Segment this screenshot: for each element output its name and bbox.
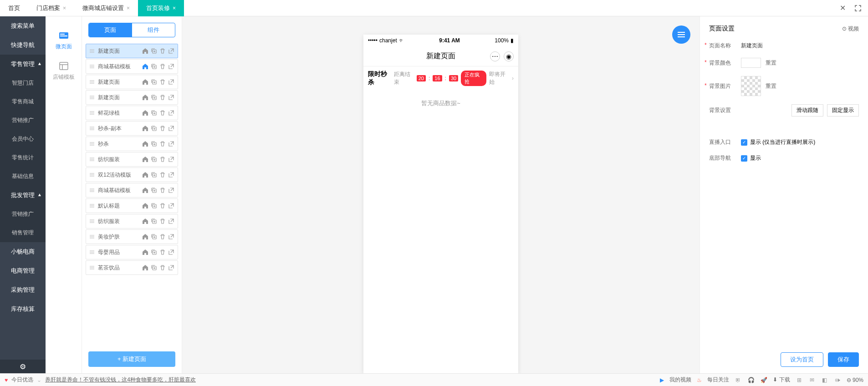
sidebar-item[interactable]: 库存核算: [0, 300, 46, 319]
follow-link[interactable]: 每日关注: [707, 376, 729, 384]
sidebar-icon[interactable]: ◧: [821, 376, 828, 384]
page-list-row[interactable]: 新建页面: [86, 90, 178, 105]
copy-icon[interactable]: [150, 264, 158, 271]
drag-icon[interactable]: [89, 187, 95, 193]
drag-icon[interactable]: [89, 234, 95, 240]
page-list-row[interactable]: 商城基础模板: [86, 59, 178, 74]
page-list-row[interactable]: 商城基础模板: [86, 183, 178, 198]
tab-home-deco[interactable]: 首页装修×: [138, 0, 184, 16]
home-icon[interactable]: [142, 125, 149, 132]
ext-icon[interactable]: [168, 218, 175, 225]
sidebar-wholesale-header[interactable]: 批发管理▲: [0, 186, 46, 205]
ext-icon[interactable]: [168, 233, 175, 240]
home-icon[interactable]: [142, 47, 149, 55]
reset-bgcolor[interactable]: 重置: [766, 59, 776, 67]
sidebar-item[interactable]: 营销推广: [0, 205, 46, 223]
del-icon[interactable]: [159, 63, 166, 70]
page-list-row[interactable]: 母婴用品: [86, 245, 178, 259]
copy-icon[interactable]: [150, 233, 158, 240]
del-icon[interactable]: [159, 140, 166, 147]
ext-icon[interactable]: [168, 63, 175, 70]
page-list-row[interactable]: 双12活动模版: [86, 168, 178, 182]
page-list-row[interactable]: 新建页面: [86, 75, 178, 89]
sidebar-item[interactable]: 电商管理: [0, 261, 46, 280]
tab-store-archive[interactable]: 门店档案×: [28, 0, 74, 16]
drag-icon[interactable]: [89, 110, 95, 116]
ext-icon[interactable]: [168, 140, 175, 147]
my-video-link[interactable]: 我的视频: [669, 376, 691, 384]
copy-icon[interactable]: [150, 109, 158, 117]
close-all-icon[interactable]: ✕: [837, 3, 848, 14]
checkbox-live[interactable]: ✓: [741, 139, 747, 146]
sidebar-item[interactable]: 销售管理: [0, 223, 46, 242]
sidebar-item[interactable]: 零售统计: [0, 148, 46, 167]
home-icon[interactable]: [142, 140, 149, 147]
drag-icon[interactable]: [89, 218, 95, 224]
zoom-control[interactable]: ⊖ 90%: [847, 377, 863, 383]
copy-icon[interactable]: [150, 47, 158, 55]
rocket-icon[interactable]: 🚀: [760, 376, 767, 384]
del-icon[interactable]: [159, 109, 166, 117]
sidebar-retail-header[interactable]: 零售管理▲: [0, 55, 46, 74]
del-icon[interactable]: [159, 233, 166, 240]
home-icon[interactable]: [142, 264, 149, 271]
color-picker[interactable]: [741, 58, 761, 68]
drag-icon[interactable]: [89, 94, 95, 101]
sidebar-item[interactable]: 会员中心: [0, 130, 46, 148]
page-list-row[interactable]: 秒杀-副本: [86, 121, 178, 136]
copy-icon[interactable]: [150, 63, 158, 70]
tab-pages[interactable]: 页面: [89, 23, 132, 37]
copy-icon[interactable]: [150, 249, 158, 256]
volume-icon[interactable]: 🕪: [834, 376, 841, 384]
news-ticker[interactable]: 养肝就是养命！不管有钱没钱，这4种食物要多吃，肝脏最喜欢: [45, 376, 196, 384]
del-icon[interactable]: [159, 125, 166, 132]
headphone-icon[interactable]: 🎧: [747, 376, 755, 384]
close-icon[interactable]: ×: [127, 5, 130, 11]
bgset-fixed[interactable]: 固定显示: [827, 104, 859, 117]
tab-home[interactable]: 首页: [0, 0, 28, 16]
drag-icon[interactable]: [89, 48, 95, 54]
page-list-row[interactable]: 新建页面: [86, 44, 178, 58]
copy-icon[interactable]: [150, 78, 158, 86]
fullscreen-icon[interactable]: [853, 3, 863, 14]
drag-icon[interactable]: [89, 249, 95, 255]
copy-icon[interactable]: [150, 125, 158, 132]
ext-icon[interactable]: [168, 249, 175, 256]
ext-icon[interactable]: [168, 156, 175, 163]
del-icon[interactable]: [159, 202, 166, 209]
grid-icon[interactable]: ⊞: [796, 376, 803, 384]
home-icon[interactable]: [142, 233, 149, 240]
target-icon[interactable]: ◉: [504, 51, 514, 61]
copy-icon[interactable]: [150, 171, 158, 178]
home-icon[interactable]: [142, 171, 149, 178]
checkbox-bottomnav[interactable]: ✓: [741, 155, 747, 162]
bgset-scroll[interactable]: 滑动跟随: [791, 104, 823, 117]
tab-mall-settings[interactable]: 微商城店铺设置×: [74, 0, 138, 16]
drag-icon[interactable]: [89, 264, 95, 271]
copy-icon[interactable]: [150, 140, 158, 147]
home-icon[interactable]: [142, 109, 149, 117]
ext-icon[interactable]: [168, 187, 175, 194]
value-page-name[interactable]: 新建页面: [741, 42, 763, 50]
chevron-down-icon[interactable]: ⌄: [37, 377, 41, 383]
page-list-row[interactable]: 茗茶饮品: [86, 260, 178, 275]
sidebar-item[interactable]: 小畅电商: [0, 242, 46, 261]
del-icon[interactable]: [159, 47, 166, 55]
home-icon[interactable]: [142, 156, 149, 163]
page-list-row[interactable]: 美妆护肤: [86, 229, 178, 244]
home-icon[interactable]: [142, 249, 149, 256]
copy-icon[interactable]: [150, 156, 158, 163]
settings-gear-icon[interactable]: ⚙: [0, 360, 46, 373]
ext-icon[interactable]: [168, 78, 175, 86]
flash-sale-bar[interactable]: 限时秒杀 距离结束 20: 16: 30 正在疯抢 即将开始 ›: [363, 66, 518, 90]
sidebar-item[interactable]: 零售商城: [0, 92, 46, 111]
sidebar-quick-nav[interactable]: 快捷导航: [0, 36, 46, 55]
home-icon[interactable]: [142, 63, 149, 70]
tab-components[interactable]: 组件: [132, 23, 175, 37]
del-icon[interactable]: [159, 171, 166, 178]
new-page-button[interactable]: + 新建页面: [88, 351, 175, 367]
video-link[interactable]: ⊙视频: [842, 25, 859, 33]
sb2-micropage[interactable]: 微页面: [56, 25, 72, 56]
ext-icon[interactable]: [168, 125, 175, 132]
home-icon[interactable]: [142, 218, 149, 225]
